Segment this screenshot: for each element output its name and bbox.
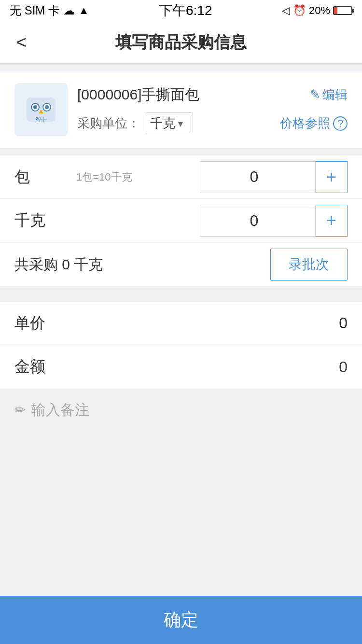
batch-button[interactable]: 录批次	[270, 249, 348, 280]
confirm-button-label: 确定	[164, 608, 198, 632]
back-button[interactable]: <	[12, 28, 31, 57]
kg-plus-button[interactable]: +	[316, 205, 348, 237]
amount-value: 0	[339, 358, 348, 376]
remark-placeholder: 输入备注	[31, 400, 89, 420]
product-logo-svg: 智十	[24, 95, 58, 124]
bao-input-wrap: +	[200, 161, 348, 193]
input-section: 包 1包=10千克 + 千克 +	[0, 155, 362, 242]
unit-price-label: 单价	[14, 313, 45, 334]
edit-button[interactable]: ✎ 编辑	[310, 86, 348, 103]
edit-icon: ✎	[310, 87, 320, 102]
unit-price-row: 单价 0	[0, 302, 362, 345]
summary-text: 共采购 0 千克	[14, 255, 103, 275]
amount-row: 金额 0	[0, 345, 362, 389]
bao-input[interactable]	[200, 161, 316, 193]
summary-row: 共采购 0 千克 录批次	[0, 243, 362, 286]
status-bar: 无 SIM 卡 ☁ ▲ 下午6:12 ◁ ⏰ 20%	[0, 0, 362, 21]
location-icon: ◁	[282, 4, 290, 17]
amount-label: 金额	[14, 356, 45, 378]
wifi-icon: ▲	[79, 4, 89, 17]
status-right: ◁ ⏰ 20%	[282, 4, 352, 17]
kg-input[interactable]	[200, 205, 316, 237]
nav-bar: < 填写商品采购信息	[0, 21, 362, 64]
product-info: [0000006]手撕面包 ✎ 编辑 采购单位： 千克 ▾ 价格参照 ?	[77, 85, 348, 134]
battery-icon	[333, 6, 352, 15]
status-left: 无 SIM 卡 ☁ ▲	[10, 3, 89, 18]
summary-section: 共采购 0 千克 录批次	[0, 242, 362, 286]
bao-sublabel: 1包=10千克	[76, 170, 200, 184]
svg-point-4	[45, 105, 49, 109]
svg-point-3	[33, 105, 37, 109]
product-card: 智十 [0000006]手撕面包 ✎ 编辑 采购单位： 千克 ▾ 价格参照 ?	[0, 71, 362, 148]
bao-label: 包	[14, 167, 72, 188]
divider-2	[0, 286, 362, 294]
alarm-icon: ⏰	[293, 4, 306, 17]
pricing-section: 单价 0 金额 0	[0, 302, 362, 389]
unit-value: 千克	[150, 115, 175, 132]
product-name: [0000006]手撕面包	[77, 85, 199, 105]
sim-label: 无 SIM 卡 ☁	[10, 3, 75, 18]
divider-1	[0, 148, 362, 155]
edit-label: 编辑	[322, 86, 348, 103]
unit-label: 采购单位：	[77, 115, 140, 132]
remark-section[interactable]: ✏ 输入备注	[0, 389, 362, 432]
product-name-row: [0000006]手撕面包 ✎ 编辑	[77, 85, 348, 105]
product-thumbnail: 智十	[14, 83, 68, 136]
blank-area	[0, 432, 362, 615]
help-icon: ?	[333, 116, 348, 131]
kg-label: 千克	[14, 210, 72, 231]
page-title: 填写商品采购信息	[115, 31, 247, 54]
dropdown-icon: ▾	[178, 118, 183, 129]
status-time: 下午6:12	[159, 1, 212, 20]
confirm-bar[interactable]: 确定	[0, 596, 362, 644]
unit-price-value: 0	[339, 314, 348, 332]
price-ref-button[interactable]: 价格参照 ?	[280, 115, 348, 132]
price-ref-label: 价格参照	[280, 115, 330, 132]
svg-text:智十: 智十	[35, 116, 47, 123]
battery-percent: 20%	[309, 4, 330, 17]
kg-input-row: 千克 +	[0, 199, 362, 242]
pencil-icon: ✏	[14, 402, 26, 418]
unit-row: 采购单位： 千克 ▾ 价格参照 ?	[77, 112, 348, 134]
kg-input-wrap: +	[200, 205, 348, 237]
bao-plus-button[interactable]: +	[316, 161, 348, 193]
unit-select[interactable]: 千克 ▾	[145, 112, 193, 134]
bao-input-row: 包 1包=10千克 +	[0, 155, 362, 199]
